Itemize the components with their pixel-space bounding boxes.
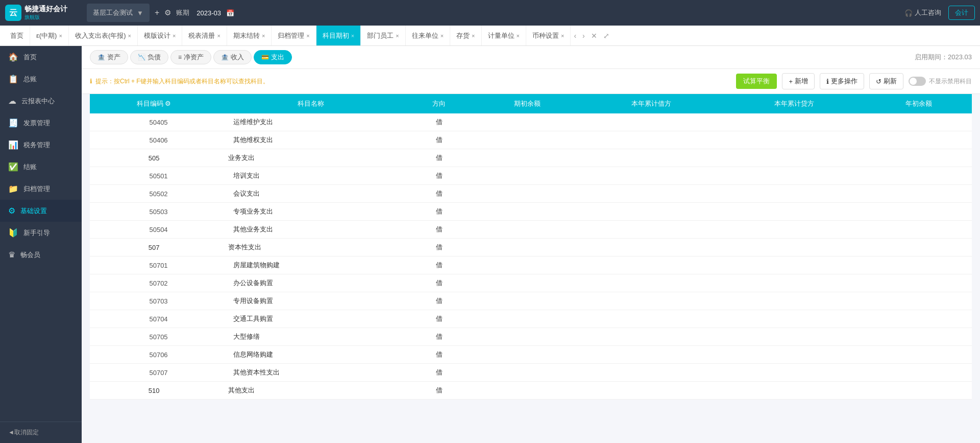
tab-close-icon[interactable]: × (561, 33, 564, 39)
tab-close-icon[interactable]: × (440, 33, 444, 39)
disabled-toggle[interactable] (909, 77, 926, 86)
net-asset-icon: ≡ (178, 54, 182, 61)
tab-midterm[interactable]: ε(中期) × (30, 26, 69, 46)
table-row[interactable]: 50701 房屋建筑物购建 借 (90, 257, 972, 274)
tab-close-icon[interactable]: × (306, 33, 309, 39)
table-row[interactable]: 50406 其他维权支出 借 (90, 131, 972, 149)
top-actions: + ⚙ 账期 2023-03 📅 (155, 8, 234, 17)
tab-home[interactable]: 首页 (4, 26, 30, 46)
table-row[interactable]: 50503 专项业务支出 借 (90, 203, 972, 221)
tab-close-icon[interactable]: × (59, 33, 62, 39)
table-row[interactable]: 505 业务支出 借 (90, 149, 972, 167)
cell-ytd-credit (723, 131, 865, 149)
cell-ytd-credit (723, 221, 865, 239)
tab-close-all-icon[interactable]: ✕ (588, 32, 600, 40)
cell-ytd-credit (723, 185, 865, 203)
cell-ytd-debit (580, 149, 723, 167)
table-row[interactable]: 50502 会议支出 借 (90, 185, 972, 203)
project-bar[interactable]: 基层工会测试 ▼ (87, 4, 150, 22)
cell-ytd-debit (580, 364, 723, 382)
sidebar-item-cloud-reports[interactable]: ☁ 云报表中心 (0, 90, 82, 112)
toggle-knob (910, 78, 917, 85)
cell-ytd-credit (723, 113, 865, 131)
tab-income-report[interactable]: 收入支出表(年报) × (69, 26, 138, 46)
tab-dept-employee[interactable]: 部门员工 × (361, 26, 405, 46)
cell-direction: 借 (404, 328, 474, 346)
sidebar-item-invoice[interactable]: 🧾 发票管理 (0, 112, 82, 134)
add-icon: + (789, 78, 793, 85)
sidebar-label-guide: 新手引导 (23, 228, 50, 238)
table-row[interactable]: 510 其他支出 借 (90, 382, 972, 400)
tab-close-icon[interactable]: × (128, 33, 131, 39)
cell-direction: 借 (404, 131, 474, 149)
add-button[interactable]: + 新增 (782, 73, 815, 89)
table-row[interactable]: 50405 运维维护支出 借 (90, 113, 972, 131)
tab-archive[interactable]: 归档管理 × (272, 26, 316, 46)
sidebar-item-vip[interactable]: ♛ 畅会员 (0, 244, 82, 266)
tab-unit[interactable]: 计量单位 × (482, 26, 526, 46)
sidebar-label-cloud: 云报表中心 (21, 97, 55, 106)
cell-ytd-credit (723, 274, 865, 292)
sidebar-item-closing[interactable]: ✅ 结账 (0, 156, 82, 178)
more-button[interactable]: ℹ 更多操作 (820, 73, 864, 89)
tab-next-icon[interactable]: › (579, 32, 588, 40)
sidebar-collapse-btn[interactable]: ◄取消固定 (0, 422, 82, 443)
refresh-button[interactable]: ↺ 刷新 (869, 73, 903, 89)
tab-close-icon[interactable]: × (517, 33, 520, 39)
table-row[interactable]: 50704 交通工具购置 借 (90, 310, 972, 328)
tab-close-icon[interactable]: × (472, 33, 475, 39)
sub-tab-asset[interactable]: 🏦 资产 (90, 50, 128, 64)
account-button[interactable]: 会计 (948, 6, 975, 20)
tab-close-icon[interactable]: × (217, 33, 220, 39)
sidebar-item-tax[interactable]: 📊 税务管理 (0, 134, 82, 156)
table-row[interactable]: 50504 其他业务支出 借 (90, 221, 972, 239)
sub-tab-net-asset[interactable]: ≡ 净资产 (170, 50, 211, 64)
project-dropdown-icon[interactable]: ▼ (137, 9, 143, 17)
more-label: 更多操作 (831, 77, 857, 86)
sub-tab-expense[interactable]: 💳 支出 (254, 50, 292, 64)
sub-tab-income[interactable]: 🏦 收入 (213, 50, 252, 64)
service-button[interactable]: 🎧 人工咨询 (904, 8, 941, 17)
table-row[interactable]: 50707 其他资本性支出 借 (90, 364, 972, 382)
cell-name: 大型修缮 (218, 328, 404, 346)
table-row[interactable]: 507 资本性支出 借 (90, 239, 972, 257)
table-row[interactable]: 50703 专用设备购置 借 (90, 292, 972, 310)
tab-template[interactable]: 模版设计 × (138, 26, 182, 46)
balance-button[interactable]: 试算平衡 (736, 74, 777, 89)
sidebar-item-archive[interactable]: 📁 归档管理 (0, 178, 82, 200)
cell-opening (474, 167, 580, 185)
col-code: 科目编码 ⚙ (90, 94, 218, 113)
cell-opening (474, 346, 580, 364)
calendar-icon[interactable]: 📅 (226, 9, 234, 17)
sub-tab-liability[interactable]: 📉 负债 (130, 50, 168, 64)
tab-counterpart[interactable]: 往来单位 × (406, 26, 450, 46)
add-tab-icon[interactable]: + (155, 8, 159, 17)
cell-year-opening (866, 382, 972, 400)
cell-name: 其他业务支出 (218, 221, 404, 239)
sidebar-item-settings[interactable]: ⚙ 基础设置 (0, 200, 82, 222)
cell-name: 房屋建筑物购建 (218, 257, 404, 274)
tab-currency[interactable]: 币种设置 × (526, 26, 571, 46)
tab-period-carry[interactable]: 期末结转 × (227, 26, 272, 46)
sidebar-item-guide[interactable]: 🔰 新手引导 (0, 222, 82, 244)
tab-close-icon[interactable]: × (262, 33, 265, 39)
sidebar-item-ledger[interactable]: 📋 总账 (0, 68, 82, 90)
tab-expand-icon[interactable]: ⤢ (600, 32, 612, 40)
tab-close-icon[interactable]: × (351, 33, 354, 39)
cell-code: 507 (90, 239, 218, 257)
cell-direction: 借 (404, 239, 474, 257)
tab-close-icon[interactable]: × (173, 33, 176, 39)
sidebar-item-home[interactable]: 🏠 首页 (0, 46, 82, 68)
tab-subject-init[interactable]: 科目期初 × (316, 26, 361, 46)
table-header-row: 科目编码 ⚙ 科目名称 方向 期初余额 本年累计借方 本年累计贷方 年初余额 (90, 94, 972, 113)
table-row[interactable]: 50706 信息网络购建 借 (90, 346, 972, 364)
cell-direction: 借 (404, 257, 474, 274)
tab-tax-list[interactable]: 税表清册 × (182, 26, 227, 46)
settings-icon[interactable]: ⚙ (164, 8, 171, 17)
table-row[interactable]: 50702 办公设备购置 借 (90, 274, 972, 292)
tab-prev-icon[interactable]: ‹ (571, 32, 579, 40)
tab-close-icon[interactable]: × (396, 33, 399, 39)
table-row[interactable]: 50501 培训支出 借 (90, 167, 972, 185)
tab-inventory[interactable]: 存货 × (450, 26, 481, 46)
table-row[interactable]: 50705 大型修缮 借 (90, 328, 972, 346)
